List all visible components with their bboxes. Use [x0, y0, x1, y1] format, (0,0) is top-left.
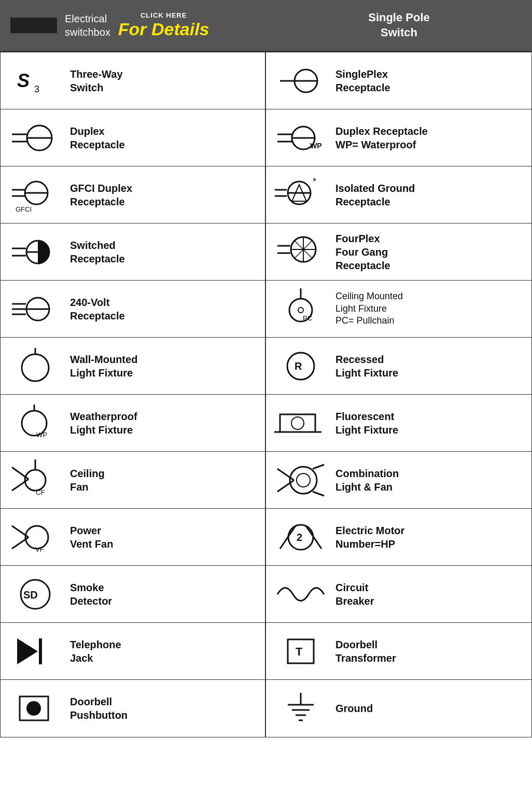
cell-recessed: R RecessedLight Fixture [266, 338, 531, 394]
cell-fourplex: FourPlexFour GangReceptacle [266, 224, 531, 280]
label-combo-light-fan: CombinationLight & Fan [335, 467, 399, 494]
table-row: CF CeilingFan Combin [1, 452, 531, 509]
label-240volt: 240-VoltReceptacle [70, 296, 125, 323]
cell-fluorescent: FluorescentLight Fixture [266, 395, 531, 451]
click-here-block[interactable]: CLICK HERE For Details [118, 11, 209, 39]
svg-text:S: S [17, 70, 30, 91]
table-row: Wall-MountedLight Fixture R RecessedLigh… [1, 338, 531, 395]
symbol-smoke-detector: SD [7, 576, 64, 612]
cell-duplex: DuplexReceptacle [1, 109, 266, 166]
symbol-ceiling-fan: CF [7, 459, 64, 501]
symbol-combo-light-fan [272, 459, 329, 501]
label-telephone-jack: TelephoneJack [70, 638, 121, 665]
table-row: S 3 Three-WaySwitch SinglePlexReceptacle [1, 52, 531, 109]
label-gfci: GFCI DuplexReceptacle [70, 182, 132, 208]
symbol-ground [272, 690, 329, 727]
svg-marker-78 [17, 638, 38, 664]
label-doorbell-transformer: DoorbellTransformer [335, 638, 396, 665]
label-wall-mounted: Wall-MountedLight Fixture [70, 353, 137, 380]
switchbox-symbol [10, 18, 57, 33]
symbol-weatherproof: WP [7, 403, 64, 442]
label-duplex-wp: Duplex ReceptacleWP= Waterproof [335, 124, 428, 151]
symbol-three-way-switch: S 3 [7, 65, 64, 96]
cell-240volt: 240-VoltReceptacle [1, 281, 266, 337]
cell-ground: Ground [266, 680, 531, 737]
cell-doorbell-pushbutton: DoorbellPushbutton [1, 680, 266, 737]
table-row: 240-VoltReceptacle PC Ceiling MountedLig… [1, 281, 531, 338]
cell-three-way-switch: S 3 Three-WaySwitch [1, 52, 266, 109]
svg-text:PC: PC [303, 314, 312, 322]
table-row: SD SmokeDetector CircuitBreaker [1, 566, 531, 623]
symbol-duplex-wp: WP [272, 120, 329, 156]
cell-switched: SwitchedReceptacle [1, 224, 266, 280]
symbol-gfci: GFCI [7, 174, 64, 216]
symbol-wall-mounted [7, 348, 64, 384]
symbol-doorbell-transformer: T [272, 633, 329, 670]
cell-wall-mounted: Wall-MountedLight Fixture [1, 338, 266, 394]
table-row: TelephoneJack T DoorbellTransformer [1, 623, 531, 680]
label-duplex: DuplexReceptacle [70, 124, 125, 151]
header-right: Single PoleSwitch [266, 5, 532, 45]
svg-text:VF: VF [35, 546, 44, 553]
for-details-text[interactable]: For Details [118, 19, 209, 39]
svg-text:T: T [296, 645, 303, 658]
svg-text:GFCI: GFCI [16, 205, 32, 213]
label-fourplex: FourPlexFour GangReceptacle [335, 232, 390, 272]
symbol-switched [7, 234, 64, 270]
table-row: GFCI GFCI DuplexReceptacle * Isolated Gr… [1, 166, 531, 224]
symbol-electric-motor: 2 [272, 517, 329, 558]
symbol-fluorescent [272, 405, 329, 441]
label-fluorescent: FluorescentLight Fixture [335, 410, 398, 437]
symbol-fourplex [272, 231, 329, 273]
svg-text:2: 2 [297, 532, 302, 543]
cell-circuit-breaker: CircuitBreaker [266, 566, 531, 622]
svg-text:*: * [313, 176, 316, 187]
cell-duplex-wp: WP Duplex ReceptacleWP= Waterproof [266, 109, 531, 166]
svg-text:WP: WP [310, 142, 322, 150]
cell-ceiling-mounted: PC Ceiling MountedLight FixturePC= Pullc… [266, 281, 531, 337]
svg-line-66 [313, 465, 324, 469]
table-row: VF PowerVent Fan 2 Electric MotorNumber=… [1, 509, 531, 566]
symbol-isolated-ground: * [272, 174, 329, 216]
symbol-table: S 3 Three-WaySwitch SinglePlexReceptacle [0, 52, 532, 737]
label-doorbell-pushbutton: DoorbellPushbutton [70, 695, 128, 722]
label-three-way-switch: Three-WaySwitch [70, 67, 123, 94]
label-electric-motor: Electric MotorNumber=HP [335, 524, 404, 551]
symbol-recessed: R [272, 348, 329, 384]
cell-telephone-jack: TelephoneJack [1, 623, 266, 679]
cell-weatherproof: WP WeatherproofLight Fixture [1, 395, 266, 451]
svg-point-83 [26, 701, 41, 716]
table-row: DoorbellPushbutton Ground [1, 680, 531, 737]
symbol-ceiling-mounted: PC [272, 288, 329, 330]
svg-point-43 [298, 308, 303, 313]
click-here-text[interactable]: CLICK HERE [118, 11, 209, 19]
header-left: Electricalswitchbox CLICK HERE For Detai… [0, 6, 266, 45]
symbol-duplex [7, 120, 64, 156]
cell-combo-light-fan: CombinationLight & Fan [266, 452, 531, 508]
label-isolated-ground: Isolated GroundReceptacle [335, 182, 415, 208]
cell-gfci: GFCI GFCI DuplexReceptacle [1, 166, 266, 223]
label-circuit-breaker: CircuitBreaker [335, 581, 374, 608]
table-row: DuplexReceptacle WP Duplex ReceptacleWP=… [1, 109, 531, 166]
svg-line-67 [313, 492, 324, 496]
svg-point-65 [297, 473, 310, 487]
label-power-vent: PowerVent Fan [70, 524, 113, 551]
symbol-doorbell-pushbutton [7, 690, 64, 727]
svg-text:SD: SD [23, 589, 38, 601]
svg-text:CF: CF [36, 489, 45, 496]
cell-singleplex: SinglePlexReceptacle [266, 52, 531, 109]
label-smoke-detector: SmokeDetector [70, 581, 112, 608]
cell-electric-motor: 2 Electric MotorNumber=HP [266, 509, 531, 565]
symbol-power-vent: VF [7, 517, 64, 558]
svg-text:3: 3 [34, 84, 39, 94]
label-singleplex: SinglePlexReceptacle [335, 67, 390, 94]
symbol-circuit-breaker [272, 576, 329, 612]
table-row: SwitchedReceptacle FourPlexFour GangRece… [1, 224, 531, 281]
cell-isolated-ground: * Isolated GroundReceptacle [266, 166, 531, 223]
label-switched: SwitchedReceptacle [70, 239, 125, 266]
label-ceiling-mounted: Ceiling MountedLight FixturePC= Pullchai… [335, 290, 403, 327]
symbol-240volt [7, 291, 64, 327]
label-recessed: RecessedLight Fixture [335, 353, 398, 380]
cell-smoke-detector: SD SmokeDetector [1, 566, 266, 622]
cell-ceiling-fan: CF CeilingFan [1, 452, 266, 508]
